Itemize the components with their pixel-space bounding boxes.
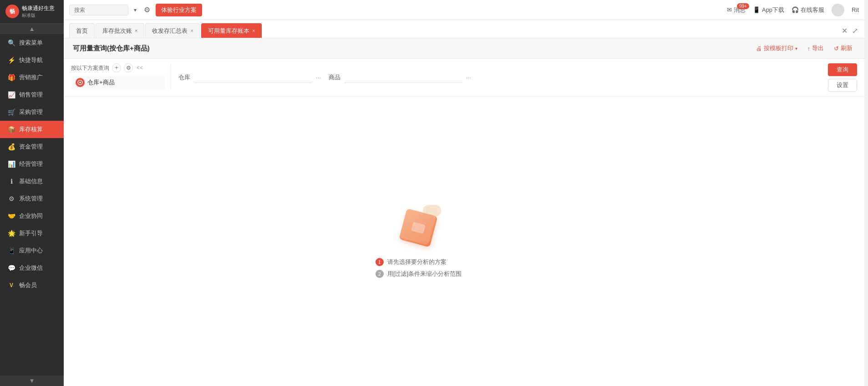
sidebar-scroll-up-btn[interactable]: ▲ bbox=[0, 24, 64, 34]
sidebar-item-shortcut[interactable]: ⚡ 快捷导航 bbox=[0, 51, 64, 69]
sidebar-item-cooperation[interactable]: 🤝 企业协同 bbox=[0, 207, 64, 225]
empty-illustration bbox=[396, 205, 441, 251]
sidebar-item-newguide[interactable]: 🌟 新手引导 bbox=[0, 225, 64, 242]
topbar-avatar bbox=[832, 4, 844, 16]
export-btn[interactable]: ↑ 导出 bbox=[805, 43, 827, 54]
sidebar-item-finance[interactable]: 💰 资金管理 bbox=[0, 138, 64, 155]
tab-expand-btn[interactable]: ⤢ bbox=[851, 26, 859, 36]
topbar-search-input[interactable] bbox=[69, 5, 128, 15]
print-icon: 🖨 bbox=[756, 45, 762, 52]
gear-icon: ⚙ bbox=[7, 195, 15, 203]
filter-area: 按以下方案查询 + ⚙ << 仓库+商品 仓库 ··· bbox=[64, 59, 864, 97]
topbar-industry-btn[interactable]: 体验行业方案 bbox=[156, 4, 202, 16]
tab-batch[interactable]: 库存批次账 × bbox=[96, 23, 144, 38]
tab-stock-summary[interactable]: 收发存汇总表 × bbox=[145, 23, 200, 38]
topbar-online-service[interactable]: 🎧 在线客服 bbox=[792, 6, 824, 14]
sidebar-item-purchase[interactable]: 🛒 采购管理 bbox=[0, 103, 64, 121]
hint-num-2: 2 bbox=[376, 270, 384, 278]
filter-collapse-btn[interactable]: << bbox=[136, 64, 144, 72]
topbar-username: Rit bbox=[852, 6, 859, 13]
topbar-app-download[interactable]: 📱 App下载 bbox=[753, 6, 784, 14]
empty-hint-1: 1 请先选择要分析的方案 bbox=[376, 258, 462, 266]
print-btn[interactable]: 🖨 按模板打印 ▾ bbox=[753, 43, 800, 54]
phone-icon: 📱 bbox=[753, 6, 760, 13]
tab-stock-summary-close[interactable]: × bbox=[190, 28, 193, 33]
sidebar-header: 畅 畅康通好生意 标准版 bbox=[0, 0, 64, 24]
sidebar-item-inventory[interactable]: 📦 库存核算 bbox=[0, 121, 64, 138]
empty-hints: 1 请先选择要分析的方案 2 用[过滤]条件来缩小分析范围 bbox=[376, 258, 462, 278]
messages-badge: 99+ bbox=[737, 3, 749, 9]
tab-available-stock-close[interactable]: × bbox=[252, 28, 255, 33]
filter-settings-btn[interactable]: 设置 bbox=[828, 79, 857, 92]
topbar-gear-btn[interactable]: ⚙ bbox=[142, 5, 152, 15]
finance-icon: 💰 bbox=[7, 143, 15, 151]
shortcut-icon: ⚡ bbox=[7, 56, 15, 64]
filter-actions: 查询 设置 bbox=[828, 63, 857, 92]
warehouse-input[interactable] bbox=[194, 72, 312, 83]
topbar-right-area: ✉ 消息 99+ 📱 App下载 🎧 在线客服 Rit bbox=[727, 4, 859, 16]
page-title: 可用量查询(按仓库+商品) bbox=[73, 44, 150, 53]
goods-filter-field: 商品 ··· bbox=[329, 72, 472, 83]
topbar-messages[interactable]: ✉ 消息 99+ bbox=[727, 6, 746, 14]
page-header: 可用量查询(按仓库+商品) 🖨 按模板打印 ▾ ↑ 导出 ↺ 刷新 bbox=[64, 38, 864, 59]
filter-scheme-item[interactable]: 仓库+商品 bbox=[71, 75, 165, 90]
tab-available-stock[interactable]: 可用量库存账本 × bbox=[201, 23, 262, 38]
content-area: 1 请先选择要分析的方案 2 用[过滤]条件来缩小分析范围 bbox=[64, 97, 864, 386]
filter-add-btn[interactable]: + bbox=[112, 63, 121, 72]
filter-left: 按以下方案查询 + ⚙ << 仓库+商品 bbox=[71, 63, 171, 90]
tab-home[interactable]: 首页 bbox=[69, 23, 95, 38]
sidebar-app-title: 畅康通好生意 bbox=[22, 5, 55, 12]
gift-icon: 🎁 bbox=[7, 73, 15, 82]
warehouse-label: 仓库 bbox=[178, 73, 190, 82]
export-icon: ↑ bbox=[807, 45, 811, 52]
goods-input[interactable] bbox=[344, 72, 462, 83]
sidebar-logo: 畅 bbox=[5, 5, 19, 18]
sidebar-item-sales[interactable]: 📈 销售管理 bbox=[0, 86, 64, 103]
sales-icon: 📈 bbox=[7, 91, 15, 99]
scheme-icon bbox=[76, 78, 85, 87]
operation-icon: 📊 bbox=[7, 160, 15, 168]
filter-set-btn[interactable]: ⚙ bbox=[124, 63, 133, 72]
member-icon: V bbox=[7, 281, 15, 289]
tabs-end-area: ✕ ⤢ bbox=[841, 26, 859, 38]
empty-state: 1 请先选择要分析的方案 2 用[过滤]条件来缩小分析范围 bbox=[376, 205, 462, 278]
tabs-bar: 首页 库存批次账 × 收发存汇总表 × 可用量库存账本 × ✕ ⤢ bbox=[64, 20, 864, 38]
goods-more-btn[interactable]: ··· bbox=[466, 74, 472, 81]
inventory-icon: 📦 bbox=[7, 125, 15, 134]
sidebar-item-search[interactable]: 🔍 搜索菜单 bbox=[0, 34, 64, 51]
hint-num-1: 1 bbox=[376, 258, 384, 266]
sidebar-item-member[interactable]: V 畅会员 bbox=[0, 277, 64, 294]
sidebar: 畅 畅康通好生意 标准版 ▲ 🔍 搜索菜单 ⚡ 快捷导航 🎁 营销推广 📈 销售… bbox=[0, 0, 64, 386]
sidebar-app-subtitle: 标准版 bbox=[22, 12, 55, 19]
sidebar-item-wechat[interactable]: 💬 企业微信 bbox=[0, 259, 64, 277]
topbar-dropdown-btn[interactable]: ▾ bbox=[132, 6, 138, 14]
sidebar-item-system[interactable]: ⚙ 系统管理 bbox=[0, 190, 64, 207]
sidebar-scroll-down-btn[interactable]: ▼ bbox=[0, 376, 64, 386]
main-content: ▾ ⚙ 体验行业方案 ✉ 消息 99+ 📱 App下载 🎧 在线客服 Rit 首… bbox=[64, 0, 864, 386]
sidebar-item-marketing[interactable]: 🎁 营销推广 bbox=[0, 69, 64, 86]
star-icon: 🌟 bbox=[7, 229, 15, 237]
info-icon: ℹ bbox=[7, 177, 15, 185]
cooperation-icon: 🤝 bbox=[7, 212, 15, 220]
query-btn[interactable]: 查询 bbox=[828, 63, 857, 76]
warehouse-filter-field: 仓库 ··· bbox=[178, 72, 321, 83]
sidebar-item-basic[interactable]: ℹ 基础信息 bbox=[0, 173, 64, 190]
page-header-actions: 🖨 按模板打印 ▾ ↑ 导出 ↺ 刷新 bbox=[753, 43, 856, 54]
tab-batch-close[interactable]: × bbox=[135, 28, 137, 33]
warehouse-more-btn[interactable]: ··· bbox=[316, 74, 321, 81]
sidebar-item-operation[interactable]: 📊 经营管理 bbox=[0, 155, 64, 173]
cart-icon: 🛒 bbox=[7, 108, 15, 116]
empty-hint-2: 2 用[过滤]条件来缩小分析范围 bbox=[376, 270, 462, 278]
tab-close-all-btn[interactable]: ✕ bbox=[841, 26, 848, 36]
refresh-btn[interactable]: ↺ 刷新 bbox=[831, 43, 855, 54]
empty-box bbox=[399, 208, 438, 247]
filter-right: 仓库 ··· 商品 ··· 查询 设置 bbox=[171, 63, 857, 92]
empty-box-face bbox=[411, 221, 426, 234]
topbar: ▾ ⚙ 体验行业方案 ✉ 消息 99+ 📱 App下载 🎧 在线客服 Rit bbox=[64, 0, 864, 20]
headset-icon: 🎧 bbox=[792, 6, 799, 13]
sidebar-scroll-area: 🔍 搜索菜单 ⚡ 快捷导航 🎁 营销推广 📈 销售管理 🛒 采购管理 📦 库存核… bbox=[0, 34, 64, 376]
sidebar-item-appcenter[interactable]: 📱 应用中心 bbox=[0, 242, 64, 259]
right-scrollbar[interactable] bbox=[864, 0, 868, 386]
goods-label: 商品 bbox=[329, 73, 340, 82]
message-icon: ✉ bbox=[727, 6, 732, 13]
